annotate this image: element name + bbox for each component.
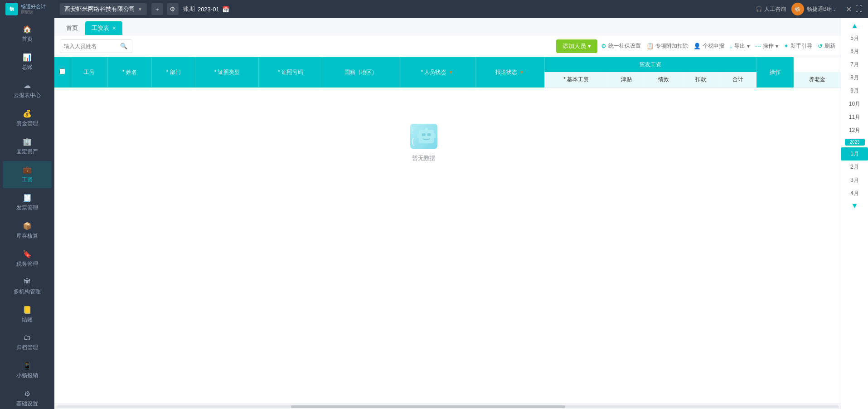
tab-payroll[interactable]: 工资表 ✕	[85, 21, 122, 35]
sidebar-icon-9: 🏛	[24, 278, 31, 286]
tax-icon: 👤	[693, 43, 701, 49]
search-icon: 🔍	[120, 43, 127, 49]
col-pension: 养老金	[794, 72, 841, 88]
add-person-button[interactable]: 添加人员 ▾	[556, 39, 597, 53]
company-selector[interactable]: 西安虾米网络科技有限公司 ▼	[60, 3, 147, 15]
month-panel-up[interactable]: ▲	[849, 20, 860, 32]
sidebar-label-5: 工资	[22, 176, 33, 184]
sidebar-item-资金管理[interactable]: 💰资金管理	[3, 105, 52, 132]
settings-icon[interactable]: ⚙	[167, 3, 179, 15]
guide-icon: ✦	[784, 43, 789, 49]
scrollbar-thumb[interactable]	[291, 405, 565, 408]
logo-area: 畅 畅通好会计 旗舰版	[5, 3, 60, 15]
svg-rect-3	[425, 128, 428, 131]
special-deduction-button[interactable]: 📋 专项附加扣除	[646, 42, 688, 50]
operations-button[interactable]: ⋯ 操作 ▾	[755, 42, 778, 50]
person-status-filter-icon[interactable]: ▼	[449, 70, 453, 75]
month-panel-down[interactable]: ▼	[849, 200, 860, 212]
svg-rect-0	[419, 130, 434, 143]
table-body: 暂无数据	[54, 88, 841, 199]
month-item-4[interactable]: 4月	[841, 187, 868, 200]
month-item-9[interactable]: 9月	[841, 84, 868, 97]
export-button[interactable]: ↓ 导出 ▾	[730, 42, 750, 50]
tab-close-payroll[interactable]: ✕	[112, 25, 116, 31]
close-window-button[interactable]: ✕	[846, 5, 852, 14]
company-dropdown-arrow: ▼	[138, 7, 142, 12]
sidebar-item-总账[interactable]: 📊总账	[3, 49, 52, 76]
sidebar-label-0: 首页	[22, 35, 33, 43]
report-status-filter-icon[interactable]: ▼	[519, 70, 524, 75]
sidebar-item-库存核算[interactable]: 📦库存核算	[3, 217, 52, 244]
col-total: 合计	[719, 72, 756, 88]
add-button[interactable]: +	[151, 3, 163, 15]
month-item-10[interactable]: 10月	[841, 97, 868, 111]
month-item-12[interactable]: 12月	[841, 124, 868, 137]
sidebar-item-税务管理[interactable]: 🔖税务管理	[3, 245, 52, 273]
svg-rect-5	[433, 133, 436, 138]
sidebar-icon-6: 🧾	[23, 194, 32, 202]
sidebar-icon-11: 🗂	[24, 334, 31, 342]
select-all-checkbox[interactable]	[59, 68, 65, 74]
col-allowance: 津贴	[608, 72, 645, 88]
sidebar-label-6: 发票管理	[16, 204, 38, 212]
empty-illustration	[410, 124, 437, 149]
month-item-6[interactable]: 6月	[841, 45, 868, 58]
sidebar-item-首页[interactable]: 🏠首页	[3, 20, 52, 48]
empty-row: 暂无数据	[54, 88, 841, 199]
search-input[interactable]	[64, 43, 118, 49]
empty-robot-svg	[415, 126, 437, 146]
sidebar-label-3: 资金管理	[16, 120, 38, 127]
col-checkbox[interactable]	[54, 57, 71, 88]
col-person-status: * 人员状态 ▼	[399, 57, 475, 88]
sidebar-item-小畅报销[interactable]: 📱小畅报销	[3, 357, 52, 384]
sidebar-label-7: 库存核算	[16, 232, 38, 240]
svg-rect-1	[422, 133, 426, 136]
toolbar-actions: ⚙ 统一社保设置 📋 专项附加扣除 👤 个税申报 ↓ 导出 ▾ ⋯	[601, 42, 836, 50]
sidebar-icon-4: 🏢	[23, 137, 32, 146]
guide-button[interactable]: ✦ 新手引导	[784, 42, 812, 50]
month-item-2[interactable]: 2月	[841, 161, 868, 174]
scrollbar-track[interactable]	[56, 405, 839, 408]
refresh-icon: ↺	[818, 43, 823, 49]
month-item-5[interactable]: 5月	[841, 32, 868, 45]
top-header: 畅 畅通好会计 旗舰版 西安虾米网络科技有限公司 ▼ + ⚙ 账期 2023-0…	[0, 0, 868, 18]
calendar-icon[interactable]: 📅	[222, 6, 229, 13]
sidebar-item-多机构管理[interactable]: 🏛多机构管理	[3, 273, 52, 300]
sidebar-label-4: 固定资产	[16, 148, 38, 156]
headset-icon: 🎧	[756, 6, 762, 12]
sidebar-icon-13: ⚙	[24, 390, 30, 398]
col-nationality: 国籍（地区）	[322, 57, 399, 88]
sidebar-item-结账[interactable]: 📒结账	[3, 301, 52, 328]
month-item-11[interactable]: 11月	[841, 111, 868, 124]
sidebar-item-发票管理[interactable]: 🧾发票管理	[3, 189, 52, 216]
avatar: 畅	[791, 3, 804, 15]
col-employee-id: 工号	[71, 57, 108, 88]
tab-home[interactable]: 首页	[60, 21, 84, 35]
service-button[interactable]: 🎧 人工咨询	[756, 5, 786, 13]
top-right: 🎧 人工咨询 畅 畅捷通B组... ✕ ⛶	[756, 3, 863, 15]
content-area: 首页 工资表 ✕ 🔍 添加人员 ▾ ⚙ 统一社保设置	[54, 18, 841, 409]
sidebar-item-基础设置[interactable]: ⚙基础设置	[3, 385, 52, 409]
sidebar-item-归档管理[interactable]: 🗂归档管理	[3, 329, 52, 356]
month-item-7[interactable]: 7月	[841, 58, 868, 71]
app-logo-icon: 畅	[5, 3, 18, 15]
month-item-8[interactable]: 8月	[841, 71, 868, 84]
user-avatar-button[interactable]: 畅 畅捷通B组...	[791, 3, 837, 15]
tax-filing-button[interactable]: 👤 个税申报	[693, 42, 724, 50]
social-insurance-button[interactable]: ⚙ 统一社保设置	[601, 42, 641, 50]
maximize-window-button[interactable]: ⛶	[855, 5, 863, 13]
sidebar-label-9: 多机构管理	[14, 288, 41, 296]
sidebar-label-2: 云报表中心	[14, 92, 41, 99]
month-panel: ▲ 5月 6月 7月 8月 9月 10月 11月 12月 2023 1月 2月 …	[841, 18, 868, 409]
sidebar-item-云报表中心[interactable]: ☁云报表中心	[3, 77, 52, 104]
sidebar-item-固定资产[interactable]: 🏢固定资产	[3, 133, 52, 160]
sidebar-label-8: 税务管理	[16, 260, 38, 268]
col-operations: 操作	[756, 57, 794, 88]
sidebar-item-工资[interactable]: 💼工资	[3, 161, 52, 188]
month-item-1[interactable]: 1月	[841, 147, 868, 161]
account-period: 账期 2023-01 📅	[183, 5, 229, 13]
refresh-button[interactable]: ↺ 刷新	[818, 42, 835, 50]
horizontal-scrollbar[interactable]	[54, 404, 841, 409]
month-item-3[interactable]: 3月	[841, 174, 868, 187]
sidebar-icon-5: 💼	[23, 166, 32, 174]
